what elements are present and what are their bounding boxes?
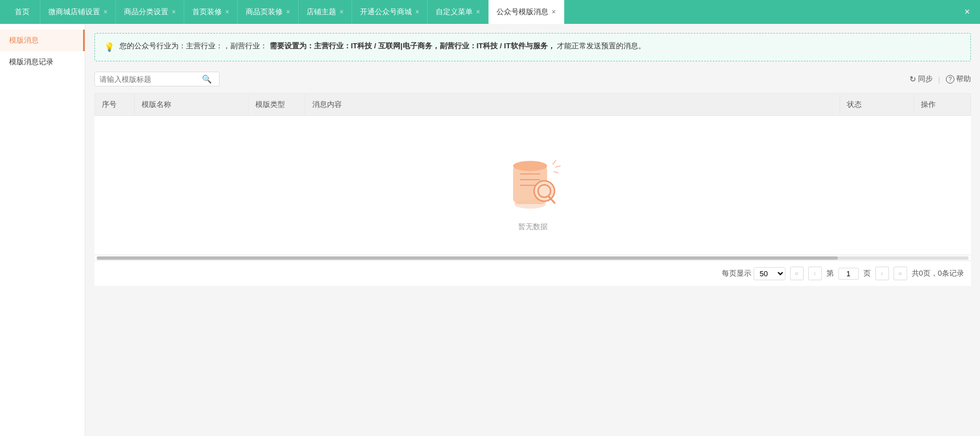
- nav-tab-home-decor-close[interactable]: ×: [225, 8, 229, 16]
- nav-tab-category-label: 商品分类设置: [124, 7, 168, 17]
- col-name: 模版名称: [135, 94, 249, 116]
- nav-tab-home[interactable]: 首页: [5, 0, 40, 24]
- svg-line-10: [556, 166, 560, 167]
- total-info: 共0页，0条记录: [912, 268, 964, 279]
- nav-tab-open-mall-label: 开通公众号商城: [360, 7, 412, 17]
- svg-line-9: [553, 160, 556, 164]
- col-action: 操作: [914, 94, 971, 116]
- pagination: 每页显示 10 20 50 100 « ‹ 第 页 › » 共0页，0条记录: [94, 260, 971, 286]
- empty-state: 暂无数据: [94, 116, 971, 255]
- nav-tab-template-msg-label: 公众号模版消息: [497, 7, 548, 17]
- nav-tab-category[interactable]: 商品分类设置 ×: [116, 0, 184, 24]
- nav-tab-product-decor[interactable]: 商品页装修 ×: [238, 0, 299, 24]
- action-buttons: ↻ 同步 | ? 帮助: [909, 74, 971, 84]
- nav-tab-open-mall[interactable]: 开通公众号商城 ×: [352, 0, 428, 24]
- sidebar: 模版消息 模版消息记录: [0, 24, 85, 436]
- action-divider: |: [938, 75, 940, 84]
- page-label: 页: [863, 268, 871, 279]
- nav-tab-custom-menu-label: 自定义菜单: [436, 7, 473, 17]
- col-content: 消息内容: [305, 94, 840, 116]
- nav-tab-theme-close[interactable]: ×: [340, 8, 344, 16]
- per-page-label: 每页显示: [722, 268, 751, 279]
- nav-tab-template-msg[interactable]: 公众号模版消息 ×: [489, 0, 564, 24]
- sync-label: 同步: [918, 74, 933, 84]
- sidebar-item-template-msg-label: 模版消息: [9, 36, 39, 44]
- search-input-wrap: 🔍: [94, 72, 220, 86]
- nav-tab-product-decor-close[interactable]: ×: [286, 8, 290, 16]
- prev-page-button[interactable]: ‹: [808, 267, 822, 280]
- col-type: 模版类型: [249, 94, 305, 116]
- svg-point-2: [513, 161, 547, 171]
- nav-tab-home-decor[interactable]: 首页装修 ×: [184, 0, 238, 24]
- help-label: 帮助: [956, 74, 971, 84]
- sync-icon: ↻: [909, 74, 916, 84]
- nav-tab-theme[interactable]: 店铺主题 ×: [299, 0, 352, 24]
- nav-tab-template-msg-close[interactable]: ×: [552, 8, 556, 16]
- sync-button[interactable]: ↻ 同步: [909, 74, 933, 84]
- search-icon[interactable]: 🔍: [202, 74, 212, 84]
- nav-tab-product-decor-label: 商品页装修: [246, 7, 283, 17]
- per-page: 每页显示 10 20 50 100: [722, 267, 785, 280]
- sidebar-item-template-msg-log[interactable]: 模版消息记录: [0, 51, 85, 73]
- data-table: 序号 模版名称 模版类型 消息内容 状态 操作: [94, 93, 971, 116]
- next-page-button[interactable]: ›: [875, 267, 889, 280]
- top-nav-bar: 首页 微商城店铺设置 × 商品分类设置 × 首页装修 × 商品页装修 × 店铺主…: [0, 0, 980, 24]
- close-all-tabs-button[interactable]: ×: [959, 7, 975, 17]
- notice-suffix: 才能正常发送预置的消息。: [557, 41, 646, 50]
- nav-tab-custom-menu[interactable]: 自定义菜单 ×: [428, 0, 489, 24]
- content-area: 💡 您的公众号行业为：主营行业：，副营行业： 需要设置为：主营行业：IT科技 /…: [85, 24, 980, 436]
- page-size-select[interactable]: 10 20 50 100: [754, 267, 785, 280]
- nav-tab-home-decor-label: 首页装修: [192, 7, 222, 17]
- nav-tab-store-settings-close[interactable]: ×: [104, 8, 107, 16]
- nav-tab-store-settings-label: 微商城店铺设置: [48, 7, 100, 17]
- empty-icon: [499, 150, 567, 213]
- notice-highlight: 需要设置为：主营行业：IT科技 / 互联网|电子商务，副营行业：IT科技 / I…: [270, 41, 555, 50]
- search-input[interactable]: [100, 75, 202, 84]
- empty-text: 暂无数据: [518, 222, 548, 232]
- col-status: 状态: [840, 94, 914, 116]
- notice-box: 💡 您的公众号行业为：主营行业：，副营行业： 需要设置为：主营行业：IT科技 /…: [94, 33, 971, 61]
- scroll-track: [97, 256, 969, 260]
- page-di-label: 第: [826, 268, 834, 279]
- table-scrollbar[interactable]: [94, 255, 971, 260]
- page-input[interactable]: [838, 268, 859, 280]
- nav-tab-open-mall-close[interactable]: ×: [415, 8, 419, 16]
- help-button[interactable]: ? 帮助: [946, 74, 971, 84]
- sidebar-item-template-msg[interactable]: 模版消息: [0, 30, 85, 51]
- bulb-icon: 💡: [104, 40, 115, 54]
- table-header-row: 序号 模版名称 模版类型 消息内容 状态 操作: [95, 94, 971, 116]
- nav-tab-custom-menu-close[interactable]: ×: [476, 8, 480, 16]
- nav-tab-store-settings[interactable]: 微商城店铺设置 ×: [40, 0, 116, 24]
- notice-text: 您的公众号行业为：主营行业：，副营行业： 需要设置为：主营行业：IT科技 / 互…: [119, 40, 646, 52]
- help-icon: ?: [946, 75, 954, 84]
- search-bar: 🔍 ↻ 同步 | ? 帮助: [94, 72, 971, 86]
- notice-prefix: 您的公众号行业为：主营行业：，副营行业：: [119, 41, 267, 50]
- svg-point-6: [534, 181, 555, 201]
- col-seq: 序号: [95, 94, 135, 116]
- scroll-thumb[interactable]: [97, 256, 838, 260]
- nav-tab-category-close[interactable]: ×: [172, 8, 176, 16]
- nav-tab-theme-label: 店铺主题: [307, 7, 336, 17]
- svg-line-11: [554, 172, 558, 173]
- main-layout: 模版消息 模版消息记录 💡 您的公众号行业为：主营行业：，副营行业： 需要设置为…: [0, 24, 980, 436]
- nav-tab-home-label: 首页: [15, 7, 30, 17]
- last-page-button[interactable]: »: [894, 267, 907, 280]
- sidebar-item-template-msg-log-label: 模版消息记录: [9, 57, 53, 66]
- first-page-button[interactable]: «: [790, 267, 804, 280]
